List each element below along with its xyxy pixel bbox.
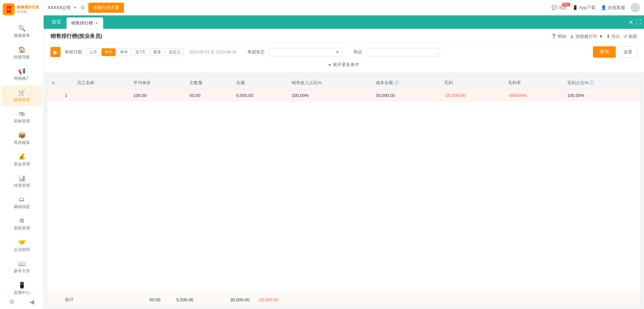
message-button[interactable]: 💬 消息 99+	[552, 5, 567, 11]
date-btn-上月[interactable]: 上月	[86, 48, 100, 56]
table-head: ⚙ 员工名称 平均单价 主数量 全额 销售收入占比% 成本全额 ⓘ 毛利 毛利率…	[47, 76, 640, 90]
td-gross-ratio-0: 100.00%	[563, 90, 640, 102]
topbar-gear-icon[interactable]: ⚙	[80, 4, 85, 11]
topbar: XXXXX公司 ▼ ⚙ 体验行业方案 💬 消息 99+ 📱 App下载 👤 在线…	[44, 0, 644, 15]
col-name: 员工名称	[73, 76, 129, 90]
sidebar-item-sales[interactable]: 🛒销售管理	[1, 86, 42, 106]
date-btn-本月[interactable]: 本月	[101, 48, 116, 56]
col-settings: ⚙	[47, 76, 59, 90]
sidebar-label-guide: 新手引导	[14, 268, 30, 274]
goods-selector[interactable]: ...	[366, 48, 440, 56]
user-avatar[interactable]	[631, 3, 640, 12]
print-icon: 🖨	[570, 34, 574, 39]
sidebar-label-search: 搜索菜单	[14, 33, 30, 39]
print-button[interactable]: 🖨 按模板打印 ▼	[570, 34, 603, 40]
date-btn-更多[interactable]: 更多	[150, 48, 164, 56]
app-download-button[interactable]: 📱 App下载	[572, 5, 596, 11]
purchase-icon: 🛍	[19, 110, 25, 117]
tab-close-window-icon[interactable]: ✕	[629, 19, 633, 25]
app-name: 畅康通好生意	[17, 5, 39, 9]
expand-more-btn[interactable]: ▾ 展开更多条件	[50, 60, 637, 69]
help-button[interactable]: ❓ 帮助	[551, 34, 566, 40]
gross-ratio-info-icon[interactable]: ⓘ	[590, 80, 594, 85]
sidebar-item-apps[interactable]: 📱应用中心	[1, 278, 42, 295]
goods-more-icon: ...	[433, 50, 437, 55]
sidebar-item-operations[interactable]: 📊经营管理	[1, 171, 42, 192]
app-sub: 标准版	[17, 9, 39, 14]
td-cost-0: 30,000.00	[372, 90, 440, 102]
sidebar-label-operations: 经营管理	[14, 183, 30, 189]
sidebar-item-system[interactable]: ⚙系统管理	[1, 214, 42, 235]
td-amount-0: 5,000.00	[232, 90, 288, 102]
export-button[interactable]: ⬇ 导出	[606, 34, 620, 40]
company-selector[interactable]: XXXXX公司 ▼	[48, 5, 77, 11]
sidebar-item-marketing[interactable]: 📢营销推广	[1, 64, 42, 85]
sidebar-label-purchase: 采购管理	[14, 118, 30, 124]
td-quantity-0: 50.00	[185, 90, 232, 102]
marketing-icon: 📢	[18, 67, 26, 75]
footer-gross-profit: -25,000.00	[254, 297, 283, 302]
sidebar-logo-text-block: 畅康通好生意 标准版	[17, 5, 39, 14]
sidebar-item-basic[interactable]: 🗂基础信息	[1, 193, 42, 213]
service-button[interactable]: 👤 在线客服	[601, 5, 625, 11]
sidebar-item-shortcut[interactable]: 🏠快捷导航	[1, 43, 42, 63]
td-gross-profit-0: -25,000.00	[440, 90, 504, 102]
date-btn-本年[interactable]: 本年	[117, 48, 131, 56]
sidebar-item-cooperation[interactable]: 🤝企业协同	[1, 235, 42, 256]
sidebar-label-inventory: 库存核算	[14, 140, 30, 146]
sidebar-item-purchase[interactable]: 🛍采购管理	[1, 107, 42, 127]
cooperation-icon: 🤝	[18, 239, 26, 246]
tab-home[interactable]: 首页	[46, 15, 67, 29]
trial-button[interactable]: 体验行业方案	[88, 3, 124, 13]
footer-avg-price	[119, 297, 145, 302]
sidebar-label-marketing: 营销推广	[14, 76, 30, 82]
help-icon: ❓	[551, 34, 556, 39]
sidebar-item-guide[interactable]: 📖新手引导	[1, 257, 42, 277]
td-rank-0: 1	[59, 90, 73, 102]
sidebar: 🧧 畅康通好生意 标准版 🔍搜索菜单🏠快捷导航📢营销推广🛒销售管理🛍采购管理📦库…	[0, 0, 44, 309]
sidebar-label-finance: 资金管理	[14, 161, 30, 167]
td-name-0	[73, 90, 129, 102]
operations-icon: 📊	[18, 174, 26, 182]
status-dropdown-icon: ▼	[335, 50, 340, 55]
status-select[interactable]: ▼	[269, 48, 343, 56]
sidebar-item-finance[interactable]: 💰资金管理	[1, 150, 42, 170]
export-icon: ⬇	[606, 34, 610, 39]
sales-table: ⚙ 员工名称 平均单价 主数量 全额 销售收入占比% 成本全额 ⓘ 毛利 毛利率…	[47, 76, 640, 102]
sidebar-item-inventory[interactable]: 📦库存核算	[1, 128, 42, 149]
tabbar: 首页 销售排行榜 ✕ ✕ ⛶	[44, 15, 644, 29]
col-settings-icon[interactable]: ⚙	[51, 81, 55, 86]
setting-button[interactable]: 设置	[618, 46, 637, 58]
sidebar-label-system: 系统管理	[14, 225, 30, 231]
expand-icon: ▾	[329, 62, 331, 67]
table-body: 1 100.00 50.00 5,000.00 100.00% 30,000.0…	[47, 90, 640, 102]
td-gross-rate-0: -500.00%	[504, 90, 563, 102]
sidebar-item-search[interactable]: 🔍搜索菜单	[1, 21, 42, 42]
sidebar-logo: 🧧 畅康通好生意 标准版	[0, 0, 43, 19]
date-btn-近7天[interactable]: 近7天	[132, 48, 149, 56]
sidebar-label-shortcut: 快捷导航	[14, 54, 30, 60]
col-cost: 成本全额 ⓘ	[372, 76, 440, 90]
message-badge: 99+	[562, 3, 570, 6]
footer-cells: 50.00 5,000.00 30,000.00 -25,000.00	[119, 297, 636, 302]
collapse-icon[interactable]: ◀	[30, 298, 34, 306]
filter-expand-arrow[interactable]: ▶	[50, 47, 60, 57]
refresh-button[interactable]: ↺ 刷新	[624, 34, 637, 40]
query-button[interactable]: 查询	[593, 46, 616, 58]
sales-icon: 🛒	[18, 89, 26, 96]
table-wrapper: ⚙ 员工名称 平均单价 主数量 全额 销售收入占比% 成本全额 ⓘ 毛利 毛利率…	[47, 76, 640, 294]
print-dropdown-icon: ▼	[599, 34, 603, 39]
tab-maximize-icon[interactable]: ⛶	[636, 19, 641, 25]
table-container: ⚙ 员工名称 平均单价 主数量 全额 销售收入占比% 成本全额 ⓘ 毛利 毛利率…	[47, 76, 641, 306]
cost-info-icon[interactable]: ⓘ	[394, 80, 399, 85]
footer-amount: 5,000.00	[172, 297, 199, 302]
tab-close-icon[interactable]: ✕	[95, 21, 98, 25]
tab-sales-ranking[interactable]: 销售排行榜 ✕	[67, 17, 103, 29]
col-gross-rate: 毛利率	[504, 76, 563, 90]
table-header-row: ⚙ 员工名称 平均单价 主数量 全额 销售收入占比% 成本全额 ⓘ 毛利 毛利率…	[47, 76, 640, 90]
main-area: XXXXX公司 ▼ ⚙ 体验行业方案 💬 消息 99+ 📱 App下载 👤 在线…	[44, 0, 644, 309]
date-btn-自定义[interactable]: 自定义	[166, 48, 184, 56]
settings-bottom-icon[interactable]: ⚙	[9, 298, 14, 306]
system-icon: ⚙	[19, 217, 25, 224]
td-avg-price-0: 100.00	[129, 90, 186, 102]
